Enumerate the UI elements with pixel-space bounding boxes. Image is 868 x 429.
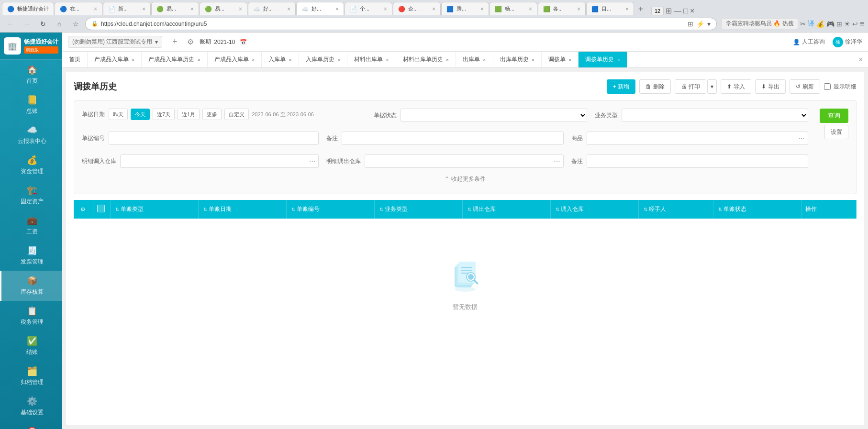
setting-button[interactable]: 设置 <box>824 125 848 139</box>
page-tab-mat-out-hist-close[interactable]: × <box>446 57 449 63</box>
display-checkbox[interactable] <box>824 83 831 90</box>
brightness-icon[interactable]: ☀ <box>844 20 850 28</box>
sidebar-item-assets[interactable]: 🏗️ 固定资产 <box>0 180 62 210</box>
service-btn[interactable]: 👤 人工咨询 <box>793 38 825 46</box>
sidebar-item-ledger[interactable]: 📒 总账 <box>0 90 62 120</box>
address-bar[interactable]: 🔒 https://cloud.chanjet.com/accounting/u… <box>85 18 717 30</box>
browser-tab-8[interactable]: 📄 个... × <box>345 2 392 15</box>
page-tab-product-in-hist[interactable]: 产成品入库单历史 × <box>142 52 207 67</box>
page-tab-mat-out-close[interactable]: × <box>386 57 389 63</box>
bookmark-button[interactable]: ☆ <box>69 17 82 31</box>
import-button[interactable]: ⬆ 导入 <box>721 79 751 94</box>
page-tab-product-in[interactable]: 产成品入库单 × <box>88 52 142 67</box>
col-handler[interactable]: ⇅ 经手人 <box>638 200 713 219</box>
col-check[interactable] <box>93 200 110 219</box>
page-tab-in-hist[interactable]: 入库单历史 × <box>299 52 347 67</box>
sidebar-item-inventory[interactable]: 📦 库存核算 <box>0 271 62 301</box>
sidebar-item-salary[interactable]: 💼 工资 <box>0 210 62 241</box>
sidebar-item-guide[interactable]: 🎯 新手引导 <box>0 421 62 429</box>
browser-tab-4[interactable]: 🟢 易... × <box>151 2 199 15</box>
browser-tab-12[interactable]: 🟩 各... × <box>538 2 586 15</box>
browser-tab-active[interactable]: ☁️ 好... × <box>296 2 344 15</box>
page-tab-product-in-close[interactable]: × <box>132 57 134 63</box>
browser-tab-1[interactable]: 🔵 畅捷通好会计 <box>2 2 54 15</box>
date-btn-yesterday[interactable]: 昨天 <box>109 109 128 120</box>
remark-input[interactable] <box>342 132 563 145</box>
page-tab-mat-out-hist[interactable]: 材料出库单历史 × <box>396 52 456 67</box>
sidebar-item-report[interactable]: ☁️ 云报表中心 <box>0 120 62 150</box>
page-tab-transfer-hist[interactable]: 调拨单历史 × <box>579 52 627 67</box>
translate-icon[interactable]: 译 <box>808 20 814 28</box>
sidebar-item-archive[interactable]: 🗂️ 归档管理 <box>0 361 62 391</box>
page-tab-product-in2[interactable]: 产成品入库单 × <box>208 52 262 67</box>
page-tab-product-in2-close[interactable]: × <box>252 57 255 63</box>
col-in-wh[interactable]: ⇅ 调入仓库 <box>550 200 638 219</box>
sidebar-item-invoice[interactable]: 🧾 发票管理 <box>0 241 62 271</box>
page-tab-transfer-close[interactable]: × <box>568 57 571 63</box>
settings-gear-icon[interactable]: ⚙ <box>187 37 194 46</box>
browser-tab-13[interactable]: 🟦 目... × <box>586 2 634 15</box>
page-tab-transfer[interactable]: 调拨单 × <box>542 52 579 67</box>
in-warehouse-more-icon[interactable]: ··· <box>309 157 315 165</box>
menu-icon[interactable]: ≡ <box>860 20 864 28</box>
col-doc-type[interactable]: ⇅ 单账类型 <box>110 200 198 219</box>
date-btn-custom[interactable]: 自定义 <box>224 109 249 120</box>
back-button[interactable]: ← <box>4 17 17 31</box>
new-button[interactable]: + 新增 <box>607 79 635 94</box>
minimize-icon[interactable]: — <box>674 7 681 15</box>
browser-tab-6[interactable]: ☁️ 好... × <box>248 2 296 15</box>
page-tab-mat-out[interactable]: 材料出库单 × <box>347 52 396 67</box>
page-tab-in-order-close[interactable]: × <box>289 57 291 63</box>
date-btn-1month[interactable]: 近1月 <box>178 109 200 120</box>
browser-tab-9[interactable]: 🔴 企... × <box>393 2 441 15</box>
note-input[interactable] <box>587 154 808 168</box>
refresh-button[interactable]: ↻ <box>36 17 50 31</box>
search-box[interactable]: 学霸应聘场驱鸟员 🔥 热搜 <box>722 18 798 29</box>
sidebar-item-tax[interactable]: 📋 税务管理 <box>0 301 62 331</box>
address-dropdown-icon[interactable]: ▾ <box>707 20 711 28</box>
browser-tab-10[interactable]: 🟦 腾... × <box>441 2 489 15</box>
sidebar-item-finance[interactable]: 💰 资金管理 <box>0 150 62 180</box>
biz-type-select[interactable] <box>622 109 808 122</box>
col-biz-type[interactable]: ⇅ 业务类型 <box>374 200 462 219</box>
page-tab-in-hist-close[interactable]: × <box>337 57 340 63</box>
maximize-icon[interactable]: □ <box>683 7 688 15</box>
print-button[interactable]: 🖨 打印 <box>675 79 706 94</box>
browser-tab-11[interactable]: 🟩 畅... × <box>490 2 537 15</box>
col-doc-status[interactable]: ⇅ 单账状态 <box>713 200 801 219</box>
print-dropdown[interactable]: 🖨 打印 ▾ <box>675 79 717 94</box>
wallet-icon[interactable]: 💰 <box>816 20 824 28</box>
user-profile[interactable]: 徐 徐泽华 <box>833 37 862 47</box>
scissors-icon[interactable]: ✂ <box>800 20 806 28</box>
doc-no-input[interactable] <box>109 132 319 145</box>
col-doc-date[interactable]: ⇅ 单账日期 <box>198 200 286 219</box>
page-tab-home[interactable]: 首页 <box>62 52 88 67</box>
sidebar-item-settle[interactable]: ✅ 结账 <box>0 331 62 361</box>
browser-tab-2[interactable]: 🔵 在... × <box>55 2 102 15</box>
home-button[interactable]: ⌂ <box>53 17 66 31</box>
out-warehouse-more-icon[interactable]: ··· <box>554 157 560 165</box>
page-tab-out-order[interactable]: 出库单 × <box>456 52 493 67</box>
page-tab-transfer-hist-close[interactable]: × <box>617 57 620 63</box>
select-all-checkbox[interactable] <box>97 205 105 212</box>
browser-settings-icon[interactable]: ⊞ <box>688 20 693 28</box>
page-tab-in-order[interactable]: 入库单 × <box>262 52 299 67</box>
tab-menu-icon[interactable]: ⊞ <box>666 6 672 15</box>
browser-tab-3[interactable]: 📄 新... × <box>103 2 151 15</box>
page-tab-out-hist[interactable]: 出库单历史 × <box>493 52 542 67</box>
undo-icon[interactable]: ↩ <box>852 20 858 28</box>
sidebar-item-settings[interactable]: ⚙️ 基础设置 <box>0 391 62 421</box>
date-btn-7days[interactable]: 近7天 <box>153 109 175 120</box>
export-button[interactable]: ⬇ 导出 <box>755 79 786 94</box>
query-button[interactable]: 查询 <box>820 109 848 123</box>
goods-more-icon[interactable]: ··· <box>799 134 805 143</box>
date-btn-today[interactable]: 今天 <box>131 109 150 120</box>
new-tab-button[interactable]: + <box>634 3 647 15</box>
close-window-icon[interactable]: × <box>690 7 694 15</box>
add-company-button[interactable]: + <box>168 35 181 49</box>
lightning-icon[interactable]: ⚡ <box>696 20 704 28</box>
refresh-button[interactable]: ↺ 刷新 <box>790 79 820 94</box>
delete-button[interactable]: 🗑 删除 <box>639 79 671 94</box>
extra-tabs-count[interactable]: 12 <box>651 7 664 15</box>
game-icon[interactable]: 🎮 <box>826 20 835 28</box>
